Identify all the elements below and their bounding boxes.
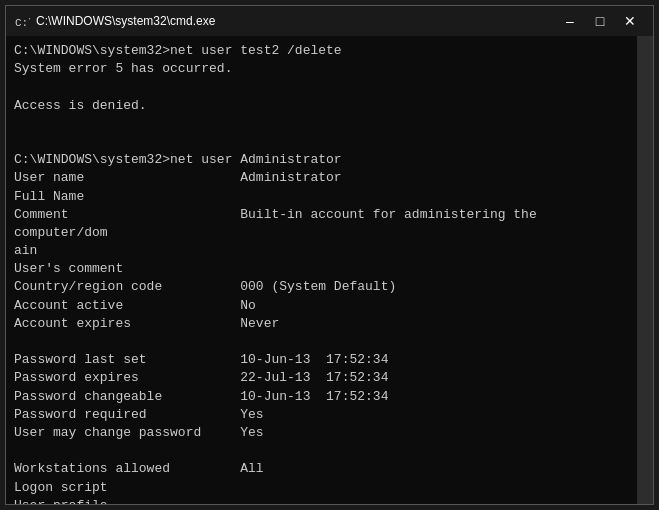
close-button[interactable]: ✕ — [615, 6, 645, 36]
maximize-button[interactable]: □ — [585, 6, 615, 36]
minimize-button[interactable]: – — [555, 6, 585, 36]
window-title: C:\WINDOWS\system32\cmd.exe — [36, 14, 555, 28]
window-controls: – □ ✕ — [555, 6, 645, 36]
svg-text:C:\: C:\ — [15, 17, 30, 29]
cmd-window: C:\ C:\WINDOWS\system32\cmd.exe – □ ✕ C:… — [5, 5, 654, 505]
scrollbar[interactable] — [637, 36, 653, 504]
title-bar: C:\ C:\WINDOWS\system32\cmd.exe – □ ✕ — [6, 6, 653, 36]
cmd-icon: C:\ — [14, 13, 30, 29]
console-output[interactable]: C:\WINDOWS\system32>net user test2 /dele… — [6, 36, 637, 504]
